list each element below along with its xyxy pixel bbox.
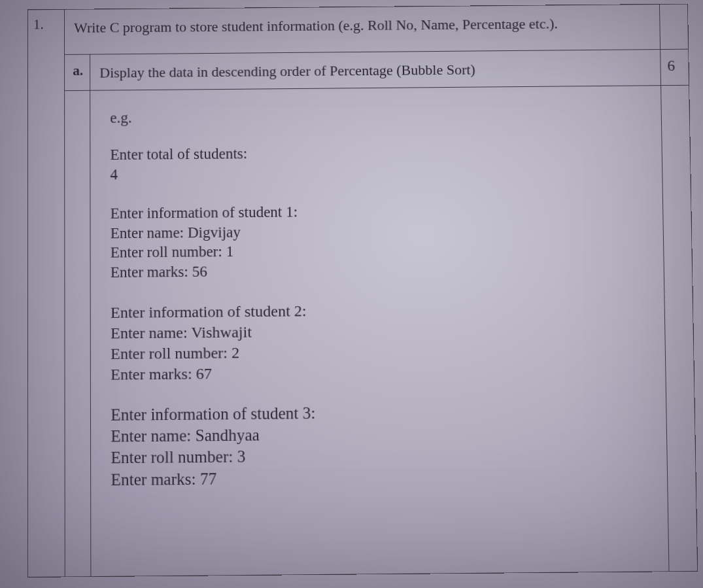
student1-marks: Enter marks: 56 [111, 258, 651, 282]
student3-marks: Enter marks: 77 [111, 464, 654, 490]
question-prompt: Write C program to store student informa… [65, 5, 660, 44]
part-text: Display the data in descending order of … [90, 50, 660, 90]
part-marks: 6 [660, 50, 689, 75]
question-table: 1. Write C program to store student info… [27, 4, 698, 578]
total-students-value: 4 [110, 161, 649, 184]
question-number: 1. [28, 10, 64, 33]
eg-label: e.g. [110, 104, 648, 128]
example-block: e.g. Enter total of students: 4 Enter in… [90, 86, 668, 524]
part-label: a. [65, 55, 90, 79]
student2-marks: Enter marks: 67 [111, 360, 652, 385]
